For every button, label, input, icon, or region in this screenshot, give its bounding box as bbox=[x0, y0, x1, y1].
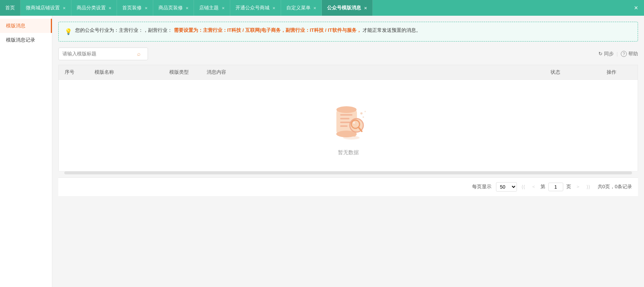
page-suffix: 页 bbox=[566, 183, 571, 190]
notice-icon: 💡 bbox=[65, 27, 72, 37]
svg-rect-6 bbox=[340, 122, 351, 123]
tab-product-decor-label: 商品页装修 bbox=[158, 4, 183, 11]
search-input[interactable] bbox=[62, 48, 137, 60]
close-product-decor[interactable]: × bbox=[186, 5, 189, 11]
sidebar-item-template-message-label: 模版消息 bbox=[6, 23, 25, 28]
table-empty-row: 暂无数据 bbox=[59, 79, 638, 171]
search-icon[interactable]: ⌕ bbox=[137, 51, 141, 57]
close-category-settings[interactable]: × bbox=[109, 5, 112, 11]
svg-point-14 bbox=[364, 111, 366, 112]
tab-open-mall-label: 开通公众号商城 bbox=[235, 4, 269, 11]
toolbar-right: ↻ 同步 | ? 帮助 bbox=[598, 51, 638, 57]
first-page-button[interactable]: ⟨⟨ bbox=[520, 183, 527, 190]
col-header-action: 操作 bbox=[601, 65, 638, 79]
tab-category-settings-label: 商品分类设置 bbox=[77, 4, 106, 11]
page-size-label: 每页显示 bbox=[472, 183, 492, 190]
content-area: 💡 您的公众号行业为：主营行业：，副营行业： 需要设置为：主营行业：IT科技 /… bbox=[52, 16, 644, 287]
pagination-bar: 每页显示 10 20 50 100 ⟨⟨ ＜ 第 页 ＞ ⟩⟩ 共0页，0条记录 bbox=[58, 177, 638, 196]
help-button[interactable]: ? 帮助 bbox=[621, 51, 638, 57]
empty-state: 暂无数据 bbox=[65, 83, 632, 167]
tab-store-settings[interactable]: 微商城店铺设置 × bbox=[21, 0, 71, 16]
help-label: 帮助 bbox=[628, 51, 638, 57]
main-layout: 模版消息 模版消息记录 💡 您的公众号行业为：主营行业：，副营行业： 需要设置为… bbox=[0, 16, 644, 287]
tab-template-msg-label: 公众号模版消息 bbox=[327, 4, 361, 11]
sidebar-item-template-record-label: 模版消息记录 bbox=[6, 37, 35, 43]
search-bar: ⌕ ↻ 同步 | ? 帮助 bbox=[58, 48, 638, 60]
toolbar-divider: | bbox=[617, 51, 618, 57]
svg-point-11 bbox=[353, 122, 355, 124]
sync-label: 同步 bbox=[604, 51, 614, 57]
search-input-wrap[interactable]: ⌕ bbox=[58, 48, 148, 60]
svg-point-15 bbox=[343, 136, 360, 140]
svg-point-2 bbox=[336, 106, 357, 113]
svg-point-12 bbox=[360, 112, 363, 115]
empty-text: 暂无数据 bbox=[65, 149, 632, 156]
col-header-status: 状态 bbox=[545, 65, 601, 79]
top-nav-bar: 首页 微商城店铺设置 × 商品分类设置 × 首页装修 × 商品页装修 × 店铺主… bbox=[0, 0, 644, 16]
tab-custom-menu[interactable]: 自定义菜单 × bbox=[281, 0, 322, 16]
page-size-select[interactable]: 10 20 50 100 bbox=[496, 182, 517, 192]
last-page-button[interactable]: ⟩⟩ bbox=[585, 183, 592, 190]
table-header-row: 序号 模版名称 模版类型 消息内容 状态 bbox=[59, 65, 638, 79]
svg-rect-5 bbox=[340, 118, 349, 119]
sidebar: 模版消息 模版消息记录 bbox=[0, 16, 52, 287]
notice-prefix: 您的公众号行业为：主营行业：，副营行业： bbox=[75, 27, 172, 33]
close-template-msg[interactable]: × bbox=[364, 5, 367, 11]
table-container: 序号 模版名称 模版类型 消息内容 状态 bbox=[58, 65, 638, 177]
tab-home-label: 首页 bbox=[5, 4, 15, 11]
global-close-button[interactable]: × bbox=[628, 0, 644, 16]
col-header-no: 序号 bbox=[59, 65, 89, 79]
tab-product-decor[interactable]: 商品页装修 × bbox=[153, 0, 194, 16]
svg-rect-4 bbox=[340, 114, 352, 116]
close-store-theme[interactable]: × bbox=[222, 5, 225, 11]
close-custom-menu[interactable]: × bbox=[314, 5, 317, 11]
prev-page-button[interactable]: ＜ bbox=[530, 183, 537, 191]
help-icon: ? bbox=[621, 51, 627, 57]
tab-store-theme[interactable]: 店铺主题 × bbox=[194, 0, 230, 16]
tab-open-mall[interactable]: 开通公众号商城 × bbox=[230, 0, 281, 16]
svg-point-13 bbox=[363, 116, 364, 118]
tab-template-msg[interactable]: 公众号模版消息 × bbox=[322, 0, 373, 16]
total-label: 共0页，0条记录 bbox=[598, 183, 632, 190]
next-page-button[interactable]: ＞ bbox=[574, 183, 582, 191]
tab-home[interactable]: 首页 bbox=[0, 0, 21, 16]
sync-button[interactable]: ↻ 同步 bbox=[598, 51, 614, 57]
tab-home-decor[interactable]: 首页装修 × bbox=[117, 0, 153, 16]
data-table: 序号 模版名称 模版类型 消息内容 状态 bbox=[58, 65, 638, 171]
tab-category-settings[interactable]: 商品分类设置 × bbox=[71, 0, 117, 16]
tab-store-theme-label: 店铺主题 bbox=[199, 4, 219, 11]
sync-icon: ↻ bbox=[598, 51, 603, 57]
notice-banner: 💡 您的公众号行业为：主营行业：，副营行业： 需要设置为：主营行业：IT科技 /… bbox=[58, 22, 638, 42]
close-store-settings[interactable]: × bbox=[63, 5, 66, 11]
page-prefix: 第 bbox=[540, 183, 545, 190]
sidebar-item-template-message[interactable]: 模版消息 bbox=[0, 19, 52, 33]
notice-text: 您的公众号行业为：主营行业：，副营行业： 需要设置为：主营行业：IT科技 / 互… bbox=[75, 27, 632, 34]
close-open-mall[interactable]: × bbox=[272, 5, 275, 11]
horizontal-scrollbar[interactable] bbox=[64, 171, 632, 174]
tab-custom-menu-label: 自定义菜单 bbox=[286, 4, 311, 11]
svg-rect-7 bbox=[340, 125, 348, 127]
close-home-decor[interactable]: × bbox=[145, 5, 148, 11]
sidebar-item-template-record[interactable]: 模版消息记录 bbox=[0, 33, 52, 47]
col-header-type: 模版类型 bbox=[163, 65, 201, 79]
tab-home-decor-label: 首页装修 bbox=[122, 4, 142, 11]
col-header-name: 模版名称 bbox=[89, 65, 163, 79]
tab-store-settings-label: 微商城店铺设置 bbox=[26, 4, 60, 11]
col-header-content: 消息内容 bbox=[201, 65, 545, 79]
empty-svg bbox=[326, 98, 371, 143]
notice-suffix: 才能正常发送预置的消息。 bbox=[363, 27, 421, 33]
empty-illustration bbox=[326, 98, 371, 143]
page-number-input[interactable] bbox=[548, 183, 563, 191]
notice-highlight: 需要设置为：主营行业：IT科技 / 互联网|电子商务，副营行业：IT科技 / I… bbox=[174, 27, 361, 33]
